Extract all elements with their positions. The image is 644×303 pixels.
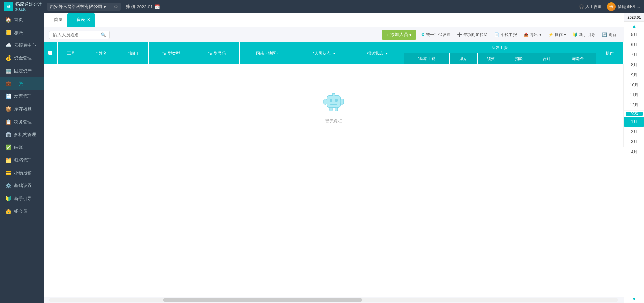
- th-operation: 操作: [596, 42, 624, 64]
- month-item-9[interactable]: 9月: [624, 70, 644, 80]
- month-item-4[interactable]: 4月: [624, 147, 644, 157]
- month-item-12[interactable]: 12月: [624, 100, 644, 111]
- social-security-btn[interactable]: ⚙ 统一社保设置: [419, 31, 452, 39]
- export-btn[interactable]: 📤 导出 ▾: [522, 31, 543, 39]
- add-person-button[interactable]: + 添加人员 ▾: [382, 30, 416, 40]
- sidebar-item-close[interactable]: ✅ 结账: [0, 141, 44, 154]
- table-container: 工号 * 姓名 *部门 *证型类型 *证型号码 国籍（地区） *人员状态 ▼ 报…: [44, 42, 624, 297]
- sidebar-item-home[interactable]: 🏠 首页: [0, 13, 44, 26]
- sidebar-item-invoice[interactable]: 🧾 发票管理: [0, 90, 44, 103]
- status-filter-icon[interactable]: ▼: [333, 52, 336, 55]
- export-dropdown-icon: ▾: [539, 32, 541, 37]
- th-cert-no: *证型号码: [194, 42, 239, 64]
- sidebar-item-label: 固定资产: [14, 68, 32, 74]
- sidebar-item-archive[interactable]: 🗂️ 归档管理: [0, 154, 44, 167]
- period-value: 2023-01: [137, 4, 153, 9]
- op-icon: ⚡: [548, 32, 553, 37]
- horizontal-scrollbar[interactable]: [49, 298, 618, 302]
- tax-icon: 📄: [494, 32, 499, 37]
- sidebar-item-cloud[interactable]: ☁️ 云报表中心: [0, 39, 44, 52]
- add-company-icon[interactable]: +: [109, 4, 111, 9]
- empty-text: 暂无数据: [325, 118, 342, 124]
- header-period: 账期 2023-01 📅: [126, 4, 160, 10]
- scroll-down-btn[interactable]: ▼: [624, 295, 644, 303]
- month-item-1[interactable]: 1月: [624, 117, 644, 127]
- tax-report-btn[interactable]: 📄 个税申报: [492, 31, 519, 39]
- sidebar-item-settings[interactable]: ⚙️ 基础设置: [0, 179, 44, 192]
- scroll-up-btn[interactable]: ▲: [624, 22, 644, 30]
- search-box: 🔍: [49, 31, 110, 39]
- sidebar-item-vip[interactable]: 👑 畅会员: [0, 205, 44, 218]
- month-item-10[interactable]: 10月: [624, 80, 644, 90]
- guide-icon: 🔰: [573, 32, 578, 37]
- month-item-2[interactable]: 2月: [624, 127, 644, 137]
- tab-close-icon[interactable]: ✕: [87, 17, 90, 22]
- month-item-3[interactable]: 3月: [624, 137, 644, 147]
- svg-rect-8: [335, 107, 338, 111]
- sidebar-item-salary[interactable]: 💼 工资: [0, 77, 44, 90]
- sidebar-item-label: 发票管理: [14, 93, 32, 99]
- svg-rect-5: [324, 99, 327, 104]
- special-deduction-btn[interactable]: ➕ 专项附加扣除: [455, 31, 490, 39]
- sidebar-item-expense[interactable]: 💳 小畅报销: [0, 167, 44, 179]
- sidebar-item-multi-org[interactable]: 🏛️ 多机构管理: [0, 128, 44, 141]
- sidebar-item-label: 资金管理: [14, 55, 32, 61]
- user-avatar-area[interactable]: 畅 畅捷通B组...: [607, 2, 640, 11]
- multi-org-icon: 🏛️: [5, 132, 11, 138]
- add-dropdown-icon: ▾: [409, 32, 412, 37]
- company-selector[interactable]: 西安虾米网络科技有限公司 ▾ + ⚙: [47, 3, 121, 11]
- content-area: 首页 工资表 ✕ 🔍 + 添加人员 ▾ ⚙ 统一社保设置 ➕: [44, 13, 624, 303]
- sidebar-item-guide[interactable]: 🔰 新手引导: [0, 192, 44, 205]
- fund-icon: 💰: [5, 55, 11, 61]
- settings-icon[interactable]: ⚙: [114, 4, 118, 9]
- month-item-8[interactable]: 8月: [624, 60, 644, 70]
- sidebar-item-label: 归档管理: [14, 157, 32, 163]
- th-nationality: 国籍（地区）: [239, 42, 297, 64]
- th-base-salary: *基本工资: [404, 53, 449, 64]
- op-dropdown-icon: ▾: [564, 32, 566, 37]
- add-btn-label: 添加人员: [390, 32, 408, 38]
- sidebar-item-tax[interactable]: 📋 税务管理: [0, 116, 44, 128]
- sidebar-item-label: 小畅报销: [14, 170, 32, 176]
- search-input[interactable]: [53, 32, 99, 37]
- tax-icon: 📋: [5, 119, 11, 125]
- tab-home[interactable]: 首页: [49, 13, 67, 27]
- guide-btn[interactable]: 🔰 新手引导: [571, 31, 597, 39]
- guide-label: 新手引导: [579, 32, 595, 38]
- assets-icon: 🏢: [5, 68, 11, 74]
- month-item-11[interactable]: 11月: [624, 90, 644, 100]
- human-service-label: 人工咨询: [585, 4, 602, 10]
- svg-rect-1: [330, 99, 332, 102]
- sidebar-item-inventory[interactable]: 📦 库存核算: [0, 103, 44, 116]
- operation-btn[interactable]: ⚡ 操作 ▾: [546, 31, 568, 39]
- sidebar-item-fund[interactable]: 💰 资金管理: [0, 52, 44, 64]
- ledger-icon: 📒: [5, 30, 11, 36]
- month-item-6[interactable]: 6月: [624, 40, 644, 50]
- month-item-7[interactable]: 7月: [624, 50, 644, 60]
- th-report-status: 报送状态 ▼: [352, 42, 404, 64]
- tab-home-label: 首页: [54, 17, 63, 23]
- sidebar-item-label: 云报表中心: [14, 42, 36, 48]
- human-service-btn[interactable]: 🎧 人工咨询: [579, 4, 602, 10]
- scroll-thumb[interactable]: [163, 298, 363, 302]
- th-allowance: 津贴: [449, 53, 477, 64]
- period-label: 账期: [126, 4, 135, 10]
- select-all-checkbox[interactable]: [48, 51, 52, 55]
- sidebar-item-assets[interactable]: 🏢 固定资产: [0, 64, 44, 77]
- month-item-5[interactable]: 5月: [624, 30, 644, 40]
- th-checkbox[interactable]: [44, 42, 57, 64]
- th-name: * 姓名: [85, 42, 118, 64]
- svg-rect-6: [340, 99, 344, 104]
- refresh-label: 刷新: [608, 32, 616, 38]
- report-filter-icon[interactable]: ▼: [385, 52, 388, 55]
- tab-bar: 首页 工资表 ✕: [44, 13, 624, 27]
- headset-icon: 🎧: [579, 4, 584, 9]
- tab-salary-label: 工资表: [72, 17, 85, 23]
- sidebar-item-ledger[interactable]: 📒 总账: [0, 26, 44, 39]
- refresh-btn[interactable]: 🔄 刷新: [600, 31, 618, 39]
- sidebar-item-label: 基础设置: [14, 183, 32, 189]
- calendar-icon[interactable]: 📅: [155, 4, 160, 9]
- sidebar-item-label: 结账: [14, 144, 23, 150]
- guide-icon: 🔰: [5, 196, 11, 202]
- tab-salary[interactable]: 工资表 ✕: [67, 13, 95, 27]
